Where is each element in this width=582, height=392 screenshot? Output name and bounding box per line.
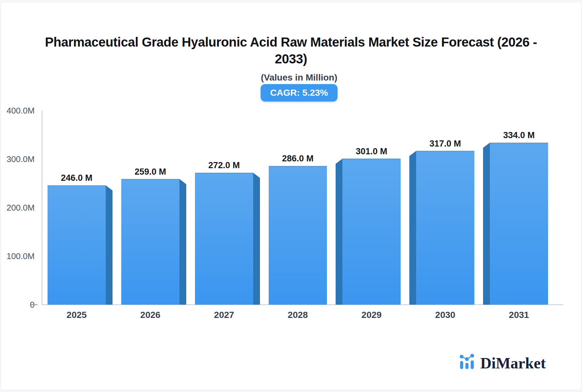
bar-2029[interactable] [342,159,401,305]
bar-2028[interactable] [269,166,327,305]
logo-bar-1 [460,361,463,369]
bar-group-2026: 259.0 M2026 [121,167,186,320]
bar-side-2026 [179,179,186,305]
year-label-2028: 2028 [288,310,308,320]
bar-line-chart-icon [459,353,476,371]
bar-side-2025 [106,185,113,305]
bar-2031[interactable] [490,143,548,305]
y-tick-label-200: 200.0M [6,203,35,212]
bar-group-2028: 286.0 M2028 [269,154,327,320]
logo-dot-1 [460,355,464,359]
y-axis-line [42,111,43,305]
bar-group-2030: 317.0 M2030 [409,139,474,320]
bar-side-2027 [253,173,260,305]
year-label-2025: 2025 [67,310,87,320]
logo-dot-2 [465,357,469,361]
page-title-line1: Pharmaceutical Grade Hyaluronic Acid Raw… [0,34,582,50]
logo-bar-2 [466,363,469,369]
year-label-2027: 2027 [214,310,234,320]
logo-bar-3 [471,360,474,369]
logo-text: DiMarket [480,356,546,371]
bar-2030[interactable] [416,151,474,305]
bar-group-2029: 301.0 M2029 [336,147,401,320]
value-label-2026: 259.0 M [135,167,166,177]
year-label-2029: 2029 [361,310,382,320]
year-label-2031: 2031 [509,310,529,320]
value-label-2031: 334.0 M [503,130,535,140]
bar-side-2029 [336,159,342,305]
year-label-2030: 2030 [435,310,455,320]
cagr-badge: CAGR: 5.23% [261,84,338,102]
bar-2025[interactable] [48,185,106,305]
bar-side-2030 [409,151,416,305]
dimarket-logo: DiMarket [459,353,546,371]
value-label-2025: 246.0 M [61,173,92,183]
bar-2026[interactable] [121,179,179,305]
page-title-line2: 2033) [0,50,582,67]
y-tick-label-300: 300.0M [6,154,35,164]
bar-group-2025: 246.0 M2025 [48,173,113,320]
y-tick-label-100: 100.0M [6,251,35,261]
bar-group-2031: 334.0 M2031 [483,130,548,320]
value-label-2027: 272.0 M [208,160,240,170]
bar-side-2031 [483,143,490,305]
value-label-2028: 286.0 M [282,154,314,163]
bar-group-2027: 272.0 M2027 [195,160,260,320]
logo-dot-3 [470,354,474,358]
chart-subtitle: (Values in Million) [16,72,582,83]
bar-2027[interactable] [195,173,253,305]
y-tick-label-400: 400.0M [6,106,35,115]
cagr-badge-wrap: CAGR: 5.23% [16,84,582,102]
value-label-2029: 301.0 M [356,147,387,156]
year-label-2026: 2026 [140,310,160,320]
value-label-2030: 317.0 M [429,139,461,148]
zero-tick-dash [31,304,38,305]
page-title: Pharmaceutical Grade Hyaluronic Acid Raw… [0,34,582,67]
